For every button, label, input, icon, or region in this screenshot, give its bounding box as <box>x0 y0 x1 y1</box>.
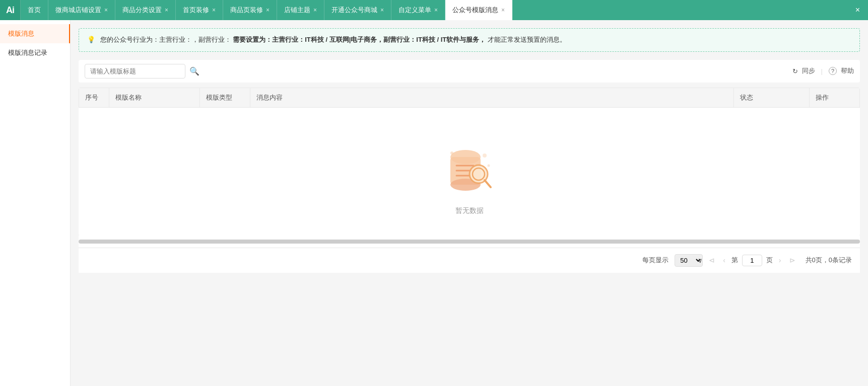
page-number-input[interactable] <box>742 255 762 266</box>
help-icon: ? <box>829 67 837 75</box>
notice-icon: 💡 <box>87 36 95 43</box>
next-page-button[interactable]: › <box>777 255 783 265</box>
prev-page-button[interactable]: ‹ <box>721 255 727 265</box>
content-area: 💡 您的公众号行业为：主营行业：，副营行业： 需要设置为：主营行业：IT科技 /… <box>71 20 868 386</box>
col-header-action: 操作 <box>810 88 860 107</box>
col-header-type: 模版类型 <box>200 88 250 107</box>
tab-logo: Ai <box>0 0 21 20</box>
last-page-button[interactable]: ⊳ <box>787 255 797 265</box>
main-layout: 模版消息 模版消息记录 💡 您的公众号行业为：主营行业：，副营行业： 需要设置为… <box>0 20 868 386</box>
toolbar-right: ↻ 同步 | ? 帮助 <box>792 66 854 75</box>
tab-open-mall[interactable]: 开通公众号商城 × <box>324 0 391 20</box>
tab-close-open-mall[interactable]: × <box>380 7 384 14</box>
table-container: 序号 模版名称 模版类型 消息内容 状态 操作 <box>79 88 860 248</box>
empty-illustration <box>439 138 500 198</box>
tab-product-decoration[interactable]: 商品页装修 × <box>223 0 277 20</box>
divider: | <box>821 67 823 75</box>
notice-highlight: 需要设置为：主营行业：IT科技 / 互联网|电子商务，副营行业：IT科技 / I… <box>233 36 486 43</box>
toolbar: 🔍 ↻ 同步 | ? 帮助 <box>79 60 860 83</box>
data-table: 序号 模版名称 模版类型 消息内容 状态 操作 <box>79 88 860 236</box>
search-area: 🔍 <box>85 64 199 79</box>
help-button[interactable]: 帮助 <box>841 66 854 75</box>
tab-shop-settings[interactable]: 微商城店铺设置 × <box>48 0 115 20</box>
col-header-status: 状态 <box>734 88 810 107</box>
col-header-index: 序号 <box>79 88 109 107</box>
tab-home[interactable]: 首页 <box>21 0 48 20</box>
sidebar-item-template-msg[interactable]: 模版消息 <box>0 24 70 43</box>
search-input[interactable] <box>85 64 185 79</box>
horizontal-scrollbar[interactable] <box>79 240 860 244</box>
empty-text: 暂无数据 <box>455 206 484 215</box>
global-close-button[interactable]: × <box>847 6 868 15</box>
tab-close-shop-settings[interactable]: × <box>104 7 108 14</box>
col-header-name: 模版名称 <box>109 88 200 107</box>
notice-box: 💡 您的公众号行业为：主营行业：，副营行业： 需要设置为：主营行业：IT科技 /… <box>79 28 860 52</box>
sidebar-item-template-msg-log[interactable]: 模版消息记录 <box>0 43 70 62</box>
tab-template-msg[interactable]: 公众号模版消息 × <box>445 0 512 20</box>
tab-close-category-settings[interactable]: × <box>165 7 168 14</box>
svg-point-9 <box>450 151 453 155</box>
tab-close-product-decoration[interactable]: × <box>266 7 270 14</box>
col-header-content: 消息内容 <box>250 88 734 107</box>
svg-point-10 <box>483 153 487 158</box>
tab-close-custom-menu[interactable]: × <box>434 7 438 14</box>
tab-category-settings[interactable]: 商品分类设置 × <box>115 0 176 20</box>
page-unit-label: 页 <box>766 256 773 265</box>
page-di-label: 第 <box>731 256 738 265</box>
sync-icon: ↻ <box>792 67 798 75</box>
tab-shop-theme[interactable]: 店铺主题 × <box>277 0 324 20</box>
tab-close-template-msg[interactable]: × <box>501 7 505 14</box>
page-size-select[interactable]: 50 10 20 100 <box>675 254 703 267</box>
sync-button[interactable]: 同步 <box>802 66 815 75</box>
sidebar: 模版消息 模版消息记录 <box>0 20 71 386</box>
svg-line-8 <box>485 180 491 187</box>
tab-close-homepage-decoration[interactable]: × <box>212 7 216 14</box>
pagination: 每页显示 50 10 20 100 ∨ ⊲ ‹ 第 页 › ⊳ 共0页，0条记录 <box>79 248 860 273</box>
total-info: 共0页，0条记录 <box>806 256 852 265</box>
tab-close-shop-theme[interactable]: × <box>313 7 317 14</box>
search-button[interactable]: 🔍 <box>189 66 199 76</box>
page-size-label: 每页显示 <box>642 256 669 265</box>
empty-state: 暂无数据 <box>79 108 860 236</box>
tab-bar: Ai 首页 微商城店铺设置 × 商品分类设置 × 首页装修 × 商品页装修 × … <box>0 0 868 20</box>
tab-homepage-decoration[interactable]: 首页装修 × <box>176 0 223 20</box>
tab-custom-menu[interactable]: 自定义菜单 × <box>391 0 445 20</box>
first-page-button[interactable]: ⊲ <box>707 255 717 265</box>
svg-point-11 <box>487 164 490 167</box>
